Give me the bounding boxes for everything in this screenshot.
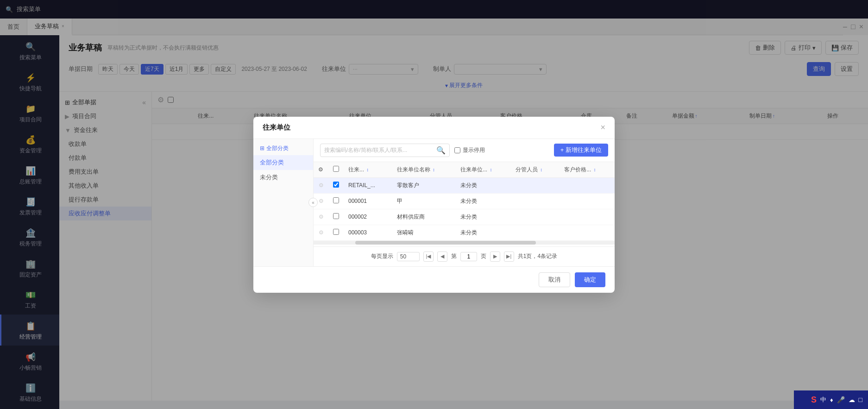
- page-label: 第: [451, 252, 457, 260]
- row-gear: ⚙: [314, 225, 328, 240]
- col-category-dialog[interactable]: 往来单位... ↕: [456, 162, 511, 178]
- row-gear: ⚙: [314, 209, 328, 225]
- page-size-select[interactable]: 50 10 20 100: [397, 252, 420, 261]
- row-name: 材料供应商: [392, 209, 456, 225]
- cancel-button[interactable]: 取消: [539, 272, 570, 287]
- taskbar-mic-icon[interactable]: 🎤: [837, 396, 845, 403]
- row-manager: [511, 193, 560, 209]
- page-size-label: 每页显示: [371, 252, 393, 260]
- col-code-dialog[interactable]: 往来... ↕: [344, 162, 392, 178]
- page-number-input[interactable]: [460, 252, 477, 261]
- col-gear-dialog: ⚙: [314, 162, 328, 178]
- dialog-pagination: 每页显示 50 10 20 100 |◀ ◀ 第 页 ▶ ▶| 共1页，4条记录: [314, 246, 615, 266]
- last-page-btn[interactable]: ▶|: [504, 252, 514, 262]
- dialog-toolbar: 🔍 显示停用 + 新增往来单位: [314, 139, 615, 162]
- col-price-dialog[interactable]: 客户价格... ↕: [560, 162, 615, 178]
- row-code: 000003: [344, 225, 392, 240]
- search-icon: 🔍: [436, 146, 446, 155]
- dialog-sidebar-label: ⊞ 全部分类: [253, 145, 313, 155]
- row-name: 张嗬嗬: [392, 225, 456, 240]
- row-code: 000002: [344, 209, 392, 225]
- dialog-overlay: 往来单位 × ⊞ 全部分类 全部分类 未分类 «: [0, 0, 868, 409]
- dialog-table: ⚙ 往来... ↕ 往来单位名称 ↕ 往来单位... ↕ 分管人员 ↕ 客户价格…: [314, 162, 615, 241]
- row-price-level: [560, 177, 615, 193]
- dialog-body: ⊞ 全部分类 全部分类 未分类 « 🔍: [253, 139, 615, 266]
- row-check[interactable]: [328, 209, 344, 225]
- dialog-table-row[interactable]: ⚙ RETAIL_... 零散客户 未分类: [314, 177, 615, 193]
- row-price-level: [560, 209, 615, 225]
- page-unit: 页: [481, 252, 486, 260]
- total-info: 共1页，4条记录: [518, 252, 557, 260]
- row-price-level: [560, 193, 615, 209]
- row-name: 零散客户: [392, 177, 456, 193]
- dialog-table-wrap: ⚙ 往来... ↕ 往来单位名称 ↕ 往来单位... ↕ 分管人员 ↕ 客户价格…: [314, 162, 615, 246]
- row-name: 甲: [392, 193, 456, 209]
- dialog-table-row[interactable]: ⚙ 000002 材料供应商 未分类: [314, 209, 615, 225]
- dialog-header: 往来单位 ×: [253, 117, 615, 139]
- row-check[interactable]: [328, 177, 344, 193]
- confirm-button[interactable]: 确定: [575, 272, 605, 287]
- row-category: 未分类: [456, 209, 511, 225]
- taskbar-window-icon[interactable]: □: [859, 396, 862, 403]
- row-category: 未分类: [456, 177, 511, 193]
- row-price-level: [560, 225, 615, 240]
- taskbar-diamond-icon[interactable]: ♦: [830, 396, 833, 403]
- first-page-btn[interactable]: |◀: [423, 252, 434, 262]
- col-name-dialog[interactable]: 往来单位名称 ↕: [392, 162, 456, 178]
- row-code: 000001: [344, 193, 392, 209]
- taskbar-cn-icon[interactable]: 中: [820, 396, 826, 404]
- row-code: RETAIL_...: [344, 177, 392, 193]
- dialog-footer: 取消 确定: [253, 266, 615, 293]
- row-category: 未分类: [456, 225, 511, 240]
- search-box[interactable]: 🔍: [320, 144, 450, 157]
- prev-page-btn[interactable]: ◀: [437, 252, 447, 262]
- row-category: 未分类: [456, 193, 511, 209]
- dialog-close-button[interactable]: ×: [600, 123, 605, 132]
- show-disabled-label[interactable]: 显示停用: [454, 146, 485, 154]
- dialog-category-all[interactable]: 全部分类: [253, 155, 313, 170]
- select-all-dialog[interactable]: [333, 166, 339, 172]
- dialog-table-row[interactable]: ⚙ 000003 张嗬嗬 未分类: [314, 225, 615, 240]
- row-manager: [511, 225, 560, 240]
- col-check-dialog: [328, 162, 344, 178]
- col-manager-dialog[interactable]: 分管人员 ↕: [511, 162, 560, 178]
- next-page-btn[interactable]: ▶: [490, 252, 500, 262]
- dialog-scrollbar[interactable]: [314, 241, 615, 245]
- sidebar-collapse-button[interactable]: «: [308, 198, 318, 207]
- dialog: 往来单位 × ⊞ 全部分类 全部分类 未分类 «: [253, 117, 615, 293]
- taskbar: S 中 ♦ 🎤 ☁ □: [794, 390, 868, 409]
- dialog-main: 🔍 显示停用 + 新增往来单位 ⚙: [314, 139, 615, 266]
- show-disabled-checkbox[interactable]: [454, 147, 460, 153]
- row-manager: [511, 177, 560, 193]
- row-check[interactable]: [328, 193, 344, 209]
- row-check[interactable]: [328, 225, 344, 240]
- add-unit-button[interactable]: + 新增往来单位: [554, 144, 608, 157]
- row-gear: ⚙: [314, 177, 328, 193]
- taskbar-cloud-icon[interactable]: ☁: [849, 396, 855, 403]
- grid-small-icon: ⊞: [260, 145, 264, 151]
- dialog-sidebar: ⊞ 全部分类 全部分类 未分类 «: [253, 139, 314, 266]
- dialog-title: 往来单位: [263, 123, 290, 132]
- search-input[interactable]: [324, 147, 434, 153]
- row-manager: [511, 209, 560, 225]
- taskbar-s-icon[interactable]: S: [811, 395, 817, 405]
- dialog-unclassified[interactable]: 未分类: [253, 170, 313, 185]
- dialog-table-row[interactable]: ⚙ 000001 甲 未分类: [314, 193, 615, 209]
